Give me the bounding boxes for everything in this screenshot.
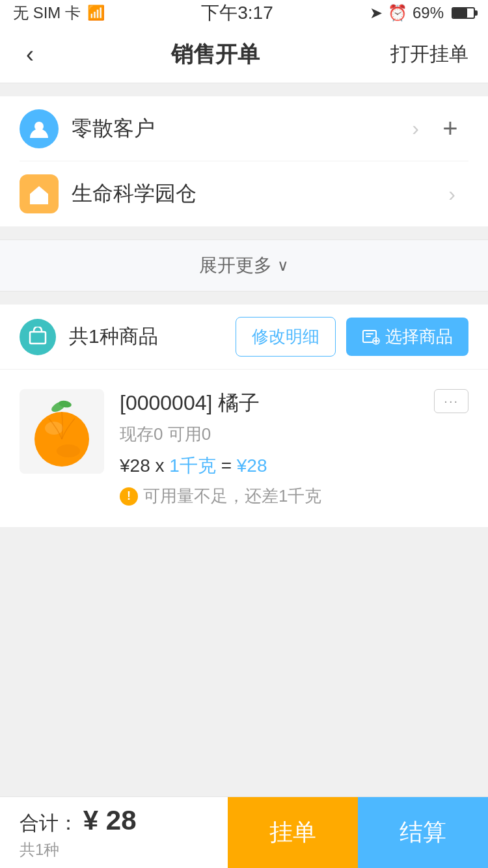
- expand-arrow-icon: ∨: [277, 256, 289, 275]
- footer-sub-label: 共1种: [20, 839, 228, 860]
- divider-3: [0, 292, 488, 305]
- product-warning: ! 可用量不足，还差1千克: [120, 485, 468, 508]
- product-unit-price: ¥28: [120, 455, 150, 476]
- footer: 合计： ¥ 28 共1种 挂单 结算: [0, 796, 488, 868]
- product-item: [0000004] 橘子 现存0 可用0 ¥28 x 1千克 = ¥28 ! 可…: [0, 370, 488, 527]
- avatar-icon: [27, 117, 51, 141]
- customer-row[interactable]: 零散客户 › +: [20, 96, 468, 161]
- product-info: [0000004] 橘子 现存0 可用0 ¥28 x 1千克 = ¥28 ! 可…: [120, 389, 468, 508]
- warehouse-icon: [20, 174, 59, 213]
- total-label: 合计：: [20, 812, 78, 834]
- wifi-icon: 📶: [87, 5, 105, 21]
- warehouse-chevron-icon: ›: [448, 182, 455, 206]
- product-price-row: ¥28 x 1千克 = ¥28: [120, 454, 468, 478]
- battery-percent: 69%: [413, 4, 444, 22]
- battery-icon: [452, 7, 475, 19]
- product-image: [20, 389, 104, 474]
- divider-2: [0, 226, 488, 239]
- warehouse-building-icon: [27, 182, 51, 206]
- divider-1: [0, 83, 488, 96]
- status-bar: 无 SIM 卡 📶 下午3:17 ➤ ⏰ 69%: [0, 0, 488, 26]
- product-equals: =: [221, 455, 232, 476]
- product-code: [0000004]: [120, 391, 212, 414]
- more-options-button[interactable]: ···: [434, 389, 468, 413]
- total-amount: ¥ 28: [83, 805, 137, 835]
- expand-more-button[interactable]: 展开更多 ∨: [0, 239, 488, 292]
- warning-icon: !: [120, 487, 138, 506]
- product-stock: 现存0 可用0: [120, 423, 468, 446]
- status-left: 无 SIM 卡 📶: [13, 3, 105, 23]
- checkout-button[interactable]: 结算: [358, 797, 488, 869]
- product-multiplier: x: [156, 455, 165, 476]
- status-right: ➤ ⏰ 69%: [370, 4, 475, 22]
- footer-total-line: 合计： ¥ 28: [20, 805, 228, 837]
- nav-bar: ‹ 销售开单 打开挂单: [0, 26, 488, 83]
- warehouse-section: 生命科学园仓 ›: [0, 161, 488, 226]
- customer-avatar: [20, 109, 59, 148]
- warning-text: 可用量不足，还差1千克: [143, 485, 321, 508]
- chevron-right-icon: ›: [412, 116, 419, 141]
- svg-point-8: [45, 422, 63, 435]
- product-name: 橘子: [218, 391, 260, 414]
- products-header: 共1种商品 修改明细 选择商品: [0, 305, 488, 370]
- carrier-text: 无 SIM 卡: [13, 3, 81, 23]
- product-total: ¥28: [237, 455, 267, 476]
- add-customer-button[interactable]: +: [432, 111, 468, 147]
- orange-image: [23, 392, 101, 470]
- select-product-label: 选择商品: [385, 325, 453, 348]
- select-product-icon: [362, 328, 380, 346]
- customer-section: 零散客户 › +: [0, 96, 488, 161]
- open-hang-button[interactable]: 打开挂单: [390, 41, 468, 68]
- product-quantity: 1千克: [169, 455, 216, 476]
- hang-button[interactable]: 挂单: [228, 797, 358, 869]
- svg-rect-1: [36, 198, 42, 204]
- cart-icon: [27, 327, 48, 347]
- main-content-area: [0, 527, 488, 839]
- back-button[interactable]: ‹: [20, 34, 40, 75]
- footer-total: 合计： ¥ 28 共1种: [0, 805, 228, 860]
- customer-name: 零散客户: [72, 115, 412, 143]
- svg-point-9: [57, 444, 80, 457]
- page-title: 销售开单: [171, 40, 260, 70]
- location-icon: ➤: [370, 4, 383, 22]
- modify-detail-button[interactable]: 修改明细: [236, 317, 336, 357]
- status-time: 下午3:17: [201, 1, 273, 25]
- warehouse-row[interactable]: 生命科学园仓 ›: [20, 161, 468, 226]
- alarm-icon: ⏰: [388, 4, 407, 22]
- product-count-icon: [20, 319, 56, 355]
- product-count-text: 共1种商品: [69, 323, 236, 350]
- expand-more-label: 展开更多: [199, 253, 272, 278]
- warehouse-name: 生命科学园仓: [72, 180, 448, 208]
- select-product-button[interactable]: 选择商品: [346, 318, 468, 356]
- svg-rect-2: [30, 332, 46, 344]
- product-title: [0000004] 橘子: [120, 389, 468, 418]
